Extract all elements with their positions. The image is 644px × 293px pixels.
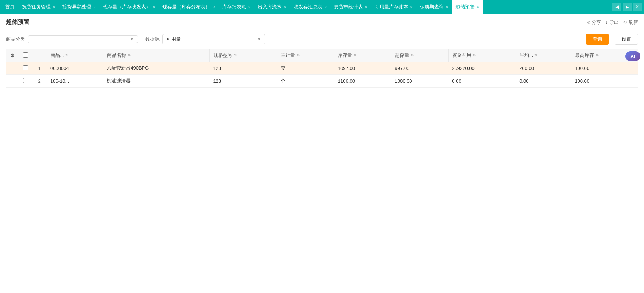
close-inout-flow[interactable]: × <box>284 5 286 9</box>
col-num <box>32 49 47 62</box>
table-container: ⚙ 商品... ⇅ 商品名称 <box>0 49 644 88</box>
row-capital: 259220.00 <box>448 62 516 75</box>
table-row: 2 186-10... 机油滤清器 123 个 1106.00 1006.00 … <box>6 75 638 88</box>
row-num: 1 <box>32 62 47 75</box>
row-num: 2 <box>32 75 47 88</box>
nav-arrows: ◀ ▶ ✕ <box>612 3 643 11</box>
chevron-down-icon: ▼ <box>130 37 134 41</box>
row-spec: 123 <box>209 62 277 75</box>
row-inventory: 1106.00 <box>334 75 391 88</box>
page-header: 超储预警 ⎋ 分享 ↓ 导出 ↻ 刷新 <box>0 14 644 29</box>
overstock-table: ⚙ 商品... ⇅ 商品名称 <box>6 49 638 88</box>
row-inventory: 1097.00 <box>334 62 391 75</box>
nav-item-task-mgmt[interactable]: 拣货任务管理 × <box>18 0 59 14</box>
nav-close-all-btn[interactable]: ✕ <box>633 3 642 11</box>
sort-icon-unit[interactable]: ⇅ <box>297 53 300 57</box>
row-unit: 套 <box>277 62 334 75</box>
nav-item-recv-summary[interactable]: 收发存汇总表 × <box>290 0 330 14</box>
row-checkbox-1[interactable] <box>23 78 28 83</box>
nav-item-inventory-dist[interactable]: 现存量（库存分布表） × <box>159 0 218 14</box>
sort-icon-max-inventory[interactable]: ⇅ <box>596 53 599 57</box>
share-button[interactable]: ⎋ 分享 <box>587 19 601 26</box>
col-inventory: 库存量 ⇅ <box>334 49 391 62</box>
row-overstock: 1006.00 <box>391 75 449 88</box>
close-overstock[interactable]: × <box>477 5 479 9</box>
row-product-code: 186-10... <box>47 75 103 88</box>
row-product-name: 六配套新昌490BPG <box>103 62 209 75</box>
nav-item-exception[interactable]: 拣货异常处理 × <box>59 0 99 14</box>
col-unit: 主计量 ⇅ <box>277 49 334 62</box>
sort-icon-inventory[interactable]: ⇅ <box>354 53 356 57</box>
product-category-label: 商品分类 <box>6 36 25 42</box>
header-actions: ⎋ 分享 ↓ 导出 ↻ 刷新 <box>587 19 638 26</box>
nav-item-order-stat[interactable]: 要货单统计表 × <box>330 0 371 14</box>
sort-icon-overstock[interactable]: ⇅ <box>411 53 414 57</box>
row-checkbox-0[interactable] <box>23 65 28 70</box>
row-average: 260.00 <box>516 62 571 75</box>
nav-item-inout-flow[interactable]: 出入库流水 × <box>254 0 290 14</box>
sort-icon-capital[interactable]: ⇅ <box>473 53 476 57</box>
select-all-checkbox[interactable] <box>23 52 28 58</box>
row-max-inventory: 100.00 <box>571 62 638 75</box>
ai-button[interactable]: Ai <box>625 51 640 61</box>
col-overstock: 超储量 ⇅ <box>391 49 449 62</box>
export-button[interactable]: ↓ 导出 <box>605 19 619 26</box>
nav-item-overstock[interactable]: 超储预警 × <box>452 0 483 14</box>
row-checkbox-cell[interactable] <box>19 75 32 88</box>
close-recv-summary[interactable]: × <box>325 5 327 9</box>
table-row: 1 0000004 六配套新昌490BPG 123 套 1097.00 997.… <box>6 62 638 75</box>
row-capital: 0.00 <box>448 75 516 88</box>
filter-area: 商品分类 ▼ 数据源 可用量 ▼ 查询 设置 <box>0 29 644 49</box>
row-unit: 个 <box>277 75 334 88</box>
data-source-label: 数据源 <box>145 36 160 42</box>
table-header-row: ⚙ 商品... ⇅ 商品名称 <box>6 49 638 62</box>
export-icon: ↓ <box>605 19 608 25</box>
close-available[interactable]: × <box>410 5 413 9</box>
col-settings: ⚙ <box>6 49 19 62</box>
product-category-select[interactable]: ▼ <box>28 35 138 43</box>
row-max-inventory: 100.00 <box>571 75 638 88</box>
product-category-filter: 商品分类 ▼ <box>6 35 138 43</box>
col-average: 平均... ⇅ <box>516 49 571 62</box>
row-product-name: 机油滤清器 <box>103 75 209 88</box>
row-average: 0.00 <box>516 75 571 88</box>
row-settings-cell <box>6 75 19 88</box>
row-spec: 123 <box>209 75 277 88</box>
nav-item-available[interactable]: 可用量库存账本 × <box>371 0 416 14</box>
refresh-button[interactable]: ↻ 刷新 <box>623 19 638 26</box>
row-overstock: 997.00 <box>391 62 449 75</box>
data-source-filter: 数据源 可用量 ▼ <box>145 34 265 44</box>
col-product-code: 商品... ⇅ <box>47 49 103 62</box>
nav-item-home[interactable]: 首页 <box>1 0 18 14</box>
close-order-stat[interactable]: × <box>365 5 367 9</box>
sort-icon-product-code[interactable]: ⇅ <box>65 53 68 57</box>
col-spec: 规格型号 ⇅ <box>209 49 277 62</box>
col-capital: 资金占用 ⇅ <box>448 49 516 62</box>
chevron-down-icon-2: ▼ <box>257 37 261 41</box>
top-navigation: 首页 拣货任务管理 × 拣货异常处理 × 现存量（库存状况表） × 现存量（库存… <box>0 0 644 14</box>
nav-item-batch[interactable]: 库存批次账 × <box>219 0 254 14</box>
row-checkbox-cell[interactable] <box>19 62 32 75</box>
close-batch[interactable]: × <box>248 5 250 9</box>
gear-icon[interactable]: ⚙ <box>10 53 15 58</box>
nav-prev-btn[interactable]: ◀ <box>612 3 621 11</box>
close-inventory-dist[interactable]: × <box>212 5 215 9</box>
nav-item-quality[interactable]: 保质期查询 × <box>416 0 452 14</box>
row-product-code: 0000004 <box>47 62 103 75</box>
nav-next-btn[interactable]: ▶ <box>623 3 632 11</box>
close-task-mgmt[interactable]: × <box>53 5 55 9</box>
settings-button[interactable]: 设置 <box>615 34 638 45</box>
query-button[interactable]: 查询 <box>586 34 609 45</box>
data-source-value: 可用量 <box>167 36 181 42</box>
sort-icon-average[interactable]: ⇅ <box>534 53 537 57</box>
sort-icon-spec[interactable]: ⇅ <box>234 53 237 57</box>
sort-icon-product-name[interactable]: ⇅ <box>128 53 131 57</box>
col-checkbox <box>19 49 32 62</box>
page-content: 超储预警 ⎋ 分享 ↓ 导出 ↻ 刷新 商品分类 ▼ 数据源 <box>0 14 644 293</box>
page-title: 超储预警 <box>6 18 29 26</box>
data-source-select[interactable]: 可用量 ▼ <box>162 34 265 44</box>
nav-item-inventory-status[interactable]: 现存量（库存状况表） × <box>99 0 159 14</box>
close-inventory-status[interactable]: × <box>153 5 155 9</box>
close-quality[interactable]: × <box>446 5 448 9</box>
close-exception[interactable]: × <box>93 5 95 9</box>
